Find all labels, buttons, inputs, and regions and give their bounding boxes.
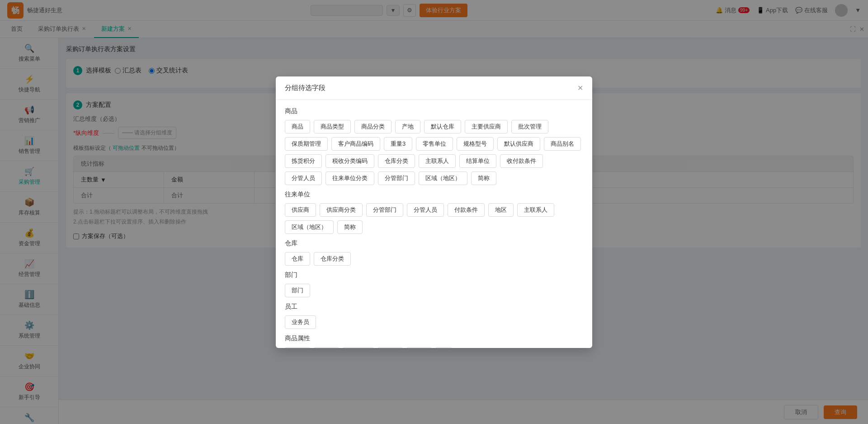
section-title-department: 部门 xyxy=(285,271,583,279)
field-tag-settlement-unit[interactable]: 结算单位 xyxy=(459,154,496,168)
field-tag-payment-terms[interactable]: 收付款条件 xyxy=(500,154,543,168)
field-tag-main-contact[interactable]: 主联系人 xyxy=(419,154,456,168)
field-tag-dept[interactable]: 分管部门 xyxy=(378,172,415,185)
field-tag-area[interactable]: 地区 xyxy=(488,203,514,217)
field-tag-multi-spec[interactable]: 多规格 xyxy=(343,347,374,348)
field-tag-customer-code[interactable]: 客户商品编码 xyxy=(331,137,380,151)
field-tags-product-attr: 属性 颜色 多规格 尺码 鞋码 1 xyxy=(285,347,583,348)
section-title-counterpart: 往来单位 xyxy=(285,191,583,199)
field-tags-product: 商品 商品类型 商品分类 产地 默认仓库 主要供应商 批次管理 保质期管理 客户… xyxy=(285,120,583,185)
modal-header: 分组待选字段 ✕ xyxy=(276,76,592,100)
field-tag-supplier[interactable]: 供应商 xyxy=(285,203,316,217)
field-tags-counterpart: 供应商 供应商分类 分管部门 分管人员 付款条件 地区 主联系人 区域（地区） … xyxy=(285,203,583,234)
field-tag-warehouse-cat[interactable]: 仓库分类 xyxy=(314,252,351,266)
field-tag-warehouse[interactable]: 仓库 xyxy=(285,252,310,266)
field-tag-region[interactable]: 区域（地区） xyxy=(419,172,467,185)
field-tags-warehouse: 仓库 仓库分类 xyxy=(285,252,583,266)
field-tag-region2[interactable]: 区域（地区） xyxy=(285,220,334,234)
field-tag-main-supplier[interactable]: 主要供应商 xyxy=(465,120,508,133)
section-title-warehouse: 仓库 xyxy=(285,239,583,248)
field-tag-batch-mgmt[interactable]: 批次管理 xyxy=(511,120,548,133)
section-title-product: 商品 xyxy=(285,107,583,115)
field-tags-department: 部门 xyxy=(285,284,583,297)
section-title-employee: 员工 xyxy=(285,303,583,311)
field-tag-product[interactable]: 商品 xyxy=(285,120,310,133)
field-tag-origin[interactable]: 产地 xyxy=(395,120,420,133)
field-tag-shelf-life[interactable]: 保质期管理 xyxy=(285,137,328,151)
field-tag-weight3[interactable]: 重量3 xyxy=(384,137,412,151)
modal-close-button[interactable]: ✕ xyxy=(577,84,583,92)
field-tag-attr1[interactable]: 1 xyxy=(435,347,452,348)
field-tag-payment-condition[interactable]: 付款条件 xyxy=(448,203,485,217)
field-tag-shoe-size[interactable]: 鞋码 xyxy=(406,347,432,348)
modal-overlay[interactable]: 分组待选字段 ✕ 商品 商品 商品类型 商品分类 产地 默认仓库 主要供应商 批… xyxy=(0,0,868,424)
field-tag-supervisor[interactable]: 分管人员 xyxy=(285,172,322,185)
field-tag-warehouse-category[interactable]: 仓库分类 xyxy=(378,154,415,168)
field-tag-tax-code[interactable]: 税收分类编码 xyxy=(326,154,374,168)
field-tags-employee: 业务员 xyxy=(285,315,583,329)
field-tag-default-warehouse[interactable]: 默认仓库 xyxy=(424,120,461,133)
field-tag-product-category[interactable]: 商品分类 xyxy=(354,120,392,133)
field-tag-spec-model[interactable]: 规格型号 xyxy=(457,137,494,151)
field-tag-retail-unit[interactable]: 零售单位 xyxy=(416,137,453,151)
field-tag-salesperson[interactable]: 业务员 xyxy=(285,315,316,329)
field-tag-abbreviation[interactable]: 简称 xyxy=(471,172,496,185)
field-tag-product-alias[interactable]: 商品别名 xyxy=(544,137,581,151)
field-tag-counterpart-category[interactable]: 往来单位分类 xyxy=(326,172,374,185)
field-tag-main-contact2[interactable]: 主联系人 xyxy=(517,203,554,217)
field-tag-mgmt-dept[interactable]: 分管部门 xyxy=(366,203,403,217)
modal-body: 商品 商品 商品类型 商品分类 产地 默认仓库 主要供应商 批次管理 保质期管理… xyxy=(276,100,592,348)
field-tag-default-supplier[interactable]: 默认供应商 xyxy=(497,137,540,151)
field-tag-department[interactable]: 部门 xyxy=(285,284,310,297)
field-tag-size[interactable]: 尺码 xyxy=(377,347,403,348)
modal-title: 分组待选字段 xyxy=(285,84,326,92)
section-title-product-attr: 商品属性 xyxy=(285,334,583,343)
field-tag-supplier-category[interactable]: 供应商分类 xyxy=(320,203,363,217)
field-tag-pick-points[interactable]: 拣货积分 xyxy=(285,154,322,168)
field-tag-abbreviation2[interactable]: 简称 xyxy=(337,220,363,234)
field-select-modal: 分组待选字段 ✕ 商品 商品 商品类型 商品分类 产地 默认仓库 主要供应商 批… xyxy=(276,76,592,348)
field-tag-attribute[interactable]: 属性 xyxy=(285,347,310,348)
field-tag-product-type[interactable]: 商品类型 xyxy=(314,120,351,133)
field-tag-mgmt-person[interactable]: 分管人员 xyxy=(407,203,444,217)
field-tag-color[interactable]: 颜色 xyxy=(314,347,339,348)
